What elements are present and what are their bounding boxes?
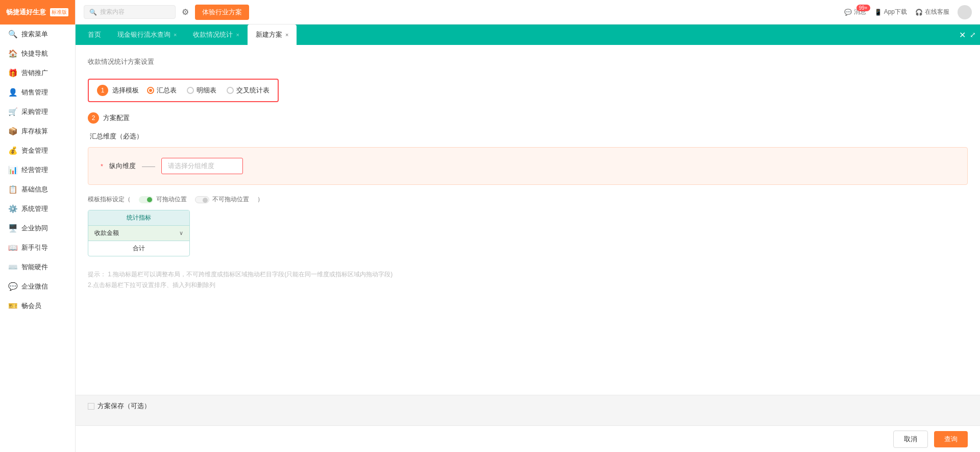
tabbar: 首页现金银行流水查询×收款情况统计×新建方案× ✕ ⤢ bbox=[76, 25, 980, 45]
topbar-right: 💬 消息 99+ 📱 App下载 🎧 在线客服 bbox=[844, 5, 972, 19]
sidebar-item-inventory[interactable]: 📦 库存核算 bbox=[0, 122, 75, 141]
sidebar-label-wechat: 企业微信 bbox=[21, 282, 48, 291]
close-window-icon[interactable]: ✕ bbox=[959, 30, 966, 40]
tabbar-actions: ✕ ⤢ bbox=[959, 30, 976, 40]
sidebar-item-purchase[interactable]: 🛒 采购管理 bbox=[0, 102, 75, 122]
sidebar-item-operation[interactable]: 📊 经营管理 bbox=[0, 160, 75, 180]
sidebar-logo: 畅捷通好生意 标准版 bbox=[0, 0, 75, 25]
sidebar-item-smart-hw[interactable]: ⌨️ 智能硬件 bbox=[0, 257, 75, 277]
query-button[interactable]: 查询 bbox=[934, 431, 968, 447]
step2-row: 2 方案配置 bbox=[88, 112, 968, 124]
footer-bar: 取消 查询 bbox=[76, 425, 980, 452]
sidebar-icon-smart-hw: ⌨️ bbox=[8, 263, 17, 272]
save-checkbox[interactable] bbox=[88, 403, 94, 410]
movable-label: 可拖动位置 bbox=[156, 195, 187, 204]
sidebar-item-marketing[interactable]: 🎁 营销推广 bbox=[0, 63, 75, 83]
dimension-select[interactable]: 请选择分组维度 bbox=[161, 158, 243, 174]
sidebar-item-finance[interactable]: 💰 资金管理 bbox=[0, 141, 75, 160]
sidebar-item-sales[interactable]: 👤 销售管理 bbox=[0, 83, 75, 102]
movable-toggle bbox=[139, 196, 153, 203]
dimension-section-title: 汇总维度（必选） bbox=[88, 132, 968, 141]
indicator-table: 统计指标 收款金额 ∨ 合计 bbox=[88, 210, 190, 256]
search-box[interactable]: 🔍 搜索内容 bbox=[84, 5, 176, 19]
sidebar-icon-inventory: 📦 bbox=[8, 127, 17, 136]
sidebar-item-quick-nav[interactable]: 🏠 快捷导航 bbox=[0, 44, 75, 63]
save-row: 方案保存（可选） bbox=[76, 395, 980, 417]
template-radio-group: 汇总表 明细表 交叉统计表 bbox=[147, 86, 270, 95]
search-icon: 🔍 bbox=[89, 9, 97, 16]
tab-home[interactable]: 首页 bbox=[80, 25, 109, 45]
settings-icon[interactable]: ⚙ bbox=[182, 7, 189, 17]
sidebar-icon-quick-nav: 🏠 bbox=[8, 49, 17, 58]
indicator-legend: 模板指标设定（ 可拖动位置 不可拖动位置 ） bbox=[88, 195, 968, 204]
tab-close-bank-flow[interactable]: × bbox=[174, 32, 177, 38]
sidebar-item-wechat[interactable]: 💬 企业微信 bbox=[0, 277, 75, 296]
tab-bank-flow[interactable]: 现金银行流水查询× bbox=[109, 25, 185, 45]
sidebar-label-smart-hw: 智能硬件 bbox=[21, 263, 48, 272]
sidebar: 畅捷通好生意 标准版 🔍 搜索菜单 🏠 快捷导航 🎁 营销推广 👤 销售管理 🛒… bbox=[0, 0, 76, 452]
sidebar-item-basic-info[interactable]: 📋 基础信息 bbox=[0, 180, 75, 199]
step1-label: 选择模板 bbox=[112, 86, 139, 95]
cancel-button[interactable]: 取消 bbox=[893, 431, 928, 448]
step1-num: 1 bbox=[97, 85, 108, 96]
sidebar-label-sales: 销售管理 bbox=[21, 88, 48, 97]
dimension-row: * 纵向维度 —— 请选择分组维度 bbox=[101, 158, 955, 174]
dimension-field-label: 纵向维度 bbox=[109, 161, 136, 171]
sidebar-icon-sales: 👤 bbox=[8, 88, 17, 97]
radio-label-detail: 明细表 bbox=[197, 86, 216, 95]
page-content: 收款情况统计方案设置 1 选择模板 汇总表 明细表 交叉统计表 2 方案配置 bbox=[76, 45, 980, 395]
tab-label-new-plan: 新建方案 bbox=[256, 30, 282, 39]
sidebar-item-system[interactable]: ⚙️ 系统管理 bbox=[0, 199, 75, 219]
sidebar-item-newbie[interactable]: 📖 新手引导 bbox=[0, 238, 75, 257]
topbar: 🔍 搜索内容 ⚙ 体验行业方案 💬 消息 99+ 📱 App下载 🎧 在线客服 bbox=[76, 0, 980, 25]
sidebar-item-member[interactable]: 🎫 畅会员 bbox=[0, 296, 75, 316]
tab-label-payment-stats: 收款情况统计 bbox=[193, 30, 233, 39]
customer-service-btn[interactable]: 🎧 在线客服 bbox=[915, 8, 949, 16]
dimension-arrow: —— bbox=[142, 162, 155, 170]
trial-button[interactable]: 体验行业方案 bbox=[195, 5, 249, 20]
radio-summary[interactable]: 汇总表 bbox=[147, 86, 177, 95]
col-header-label: 收款金额 bbox=[94, 229, 119, 237]
sidebar-icon-marketing: 🎁 bbox=[8, 68, 17, 78]
sidebar-icon-member: 🎫 bbox=[8, 301, 17, 311]
dimension-area: * 纵向维度 —— 请选择分组维度 bbox=[88, 147, 968, 185]
sidebar-icon-wechat: 💬 bbox=[8, 282, 17, 291]
sidebar-item-enterprise[interactable]: 🖥️ 企业协同 bbox=[0, 219, 75, 238]
sidebar-label-marketing: 营销推广 bbox=[21, 68, 48, 78]
radio-cross[interactable]: 交叉统计表 bbox=[227, 86, 270, 95]
message-badge: 99+ bbox=[856, 5, 870, 11]
sidebar-label-search-menu: 搜索菜单 bbox=[21, 30, 48, 39]
sidebar-item-search-menu[interactable]: 🔍 搜索菜单 bbox=[0, 25, 75, 44]
logo-text: 畅捷通好生意 bbox=[6, 8, 46, 16]
tab-close-new-plan[interactable]: × bbox=[285, 32, 288, 38]
sidebar-icon-enterprise: 🖥️ bbox=[8, 224, 17, 233]
sidebar-label-operation: 经营管理 bbox=[21, 165, 48, 175]
sidebar-label-quick-nav: 快捷导航 bbox=[21, 49, 48, 58]
movable-legend: 可拖动位置 bbox=[139, 195, 187, 204]
radio-detail[interactable]: 明细表 bbox=[187, 86, 216, 95]
radio-label-cross: 交叉统计表 bbox=[236, 86, 270, 95]
tip2: 2.点击标题栏下拉可设置排序、插入列和删除列 bbox=[88, 281, 968, 290]
fixed-toggle bbox=[195, 196, 209, 203]
config-section: 汇总维度（必选） * 纵向维度 —— 请选择分组维度 模板指标设定（ bbox=[88, 132, 968, 290]
tab-new-plan[interactable]: 新建方案× bbox=[248, 25, 297, 45]
tab-payment-stats[interactable]: 收款情况统计× bbox=[185, 25, 247, 45]
tab-close-payment-stats[interactable]: × bbox=[236, 32, 239, 38]
indicator-section-title: 模板指标设定（ bbox=[88, 195, 131, 204]
maximize-icon[interactable]: ⤢ bbox=[970, 31, 976, 39]
user-avatar[interactable] bbox=[958, 5, 972, 19]
indicator-section-suffix: ） bbox=[257, 195, 263, 204]
headset-icon: 🎧 bbox=[915, 9, 923, 16]
step2-label: 方案配置 bbox=[103, 113, 130, 123]
sidebar-label-inventory: 库存核算 bbox=[21, 127, 48, 136]
sidebar-icon-system: ⚙️ bbox=[8, 204, 17, 213]
indicator-col-header[interactable]: 收款金额 ∨ bbox=[88, 226, 189, 241]
tab-label-home: 首页 bbox=[88, 30, 101, 39]
sidebar-icon-basic-info: 📋 bbox=[8, 185, 17, 194]
tips-section: 提示： 1.拖动标题栏可以调整布局，不可跨维度或指标区域拖动栏目字段(只能在同一… bbox=[88, 270, 968, 290]
sidebar-icon-newbie: 📖 bbox=[8, 243, 17, 252]
app-download-btn[interactable]: 📱 App下载 bbox=[874, 8, 907, 16]
sidebar-label-finance: 资金管理 bbox=[21, 146, 48, 155]
indicator-section: 模板指标设定（ 可拖动位置 不可拖动位置 ） 统计指标 bbox=[88, 195, 968, 258]
message-btn[interactable]: 💬 消息 99+ bbox=[844, 8, 866, 16]
